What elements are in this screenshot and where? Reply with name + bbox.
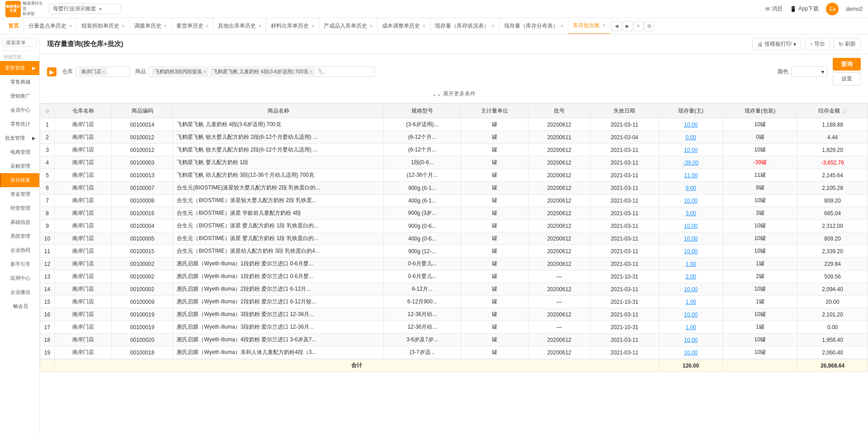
close-icon[interactable]: × (122, 24, 125, 28)
message-button[interactable]: ✉ 消息 (765, 5, 783, 13)
info-icon[interactable]: ⓘ (842, 108, 847, 113)
cell-qty-main[interactable]: 10.00 (659, 283, 723, 296)
export-button[interactable]: ↑ 导出 (805, 38, 830, 50)
nav-close-button[interactable]: × (633, 21, 643, 31)
nav-next-button[interactable]: ▶ (623, 21, 632, 31)
cell-qty-main[interactable]: 10.00 (659, 118, 723, 131)
tab-xiancunlkufbt[interactable]: 现存量（库存分布表）× (500, 18, 569, 34)
tab-qitachuku[interactable]: 其他出库单历史 × (213, 18, 266, 34)
sidebar-item-corpwechat[interactable]: 企业微信 (0, 285, 39, 299)
tab-chanchengruku[interactable]: 产成品入库单历史 × (319, 18, 377, 34)
sidebar-item-ops[interactable]: 经营管理 (0, 201, 39, 215)
product-extra-label[interactable]: 飞... (317, 68, 327, 75)
cell-qty-main[interactable]: 10.00 (659, 144, 723, 156)
query-button[interactable]: 查询 (833, 58, 861, 71)
tab-home[interactable]: 首页 (4, 18, 24, 34)
cell-warehouse: 南岸门店 (55, 144, 112, 156)
color-selector[interactable]: ▾ (791, 66, 827, 77)
cell-unit: 罐 (461, 156, 528, 169)
cell-unit: 罐 (461, 270, 528, 283)
sidebar-item-retail-shop[interactable]: 零售商城 (0, 75, 39, 89)
cell-batch: 20200612 (528, 144, 590, 156)
cell-qty-main[interactable]: 2.00 (659, 270, 723, 283)
cell-qty-main[interactable]: 3.00 (659, 207, 723, 220)
sidebar-item-retail-stats[interactable]: 零售统计 (0, 117, 39, 131)
nav-menu-button[interactable]: ⊟ (644, 21, 654, 31)
filter-actions: 查询 设置 (833, 58, 861, 85)
cell-qty-main[interactable]: 10.00 (659, 194, 723, 207)
remove-tag-icon[interactable]: × (103, 70, 105, 74)
tab-chengbenl[interactable]: 成本调整单历史 × (377, 18, 430, 34)
close-icon[interactable]: × (69, 24, 72, 28)
close-icon[interactable]: × (370, 24, 373, 28)
search-input[interactable] (3, 38, 37, 47)
cell-qty-main[interactable]: 1.00 (659, 296, 723, 308)
cell-qty-main[interactable]: 10.00 (659, 308, 723, 321)
settings-button[interactable]: 设置 (833, 72, 861, 85)
warehouse-tag-group[interactable]: 南岸门店 × (75, 66, 130, 77)
cell-qty-main[interactable]: 10.00 (659, 220, 723, 232)
cell-qty-main[interactable]: 11.00 (659, 169, 723, 182)
sidebar-item-wholesale[interactable]: 批发管理 ▶ (0, 131, 39, 145)
cell-warehouse: 南岸门店 (55, 232, 112, 245)
cell-code: 00100004 (112, 220, 173, 232)
product-tag-group[interactable]: 飞鹤奶粉3段丙段提装 × 飞鹤星飞帆 儿童奶粉 4段(3-6岁适用) 700克 … (149, 66, 375, 77)
remove-product-tag-icon[interactable]: × (203, 70, 206, 74)
close-icon[interactable]: × (206, 24, 209, 28)
close-icon[interactable]: × (311, 24, 314, 28)
cell-qty-main[interactable]: 10.00 (659, 346, 723, 359)
nav-prev-button[interactable]: ◀ (612, 21, 622, 31)
cell-unit: 罐 (461, 169, 528, 182)
avatar[interactable]: Ea (826, 3, 839, 15)
sidebar-item-inventory[interactable]: 库存核算 (0, 173, 39, 187)
cell-qty-main[interactable]: 10.00 (659, 245, 723, 258)
cell-expire: 2021-03-11 (590, 118, 659, 131)
sidebar-item-retail-mgmt[interactable]: 零售管理 ▶ (0, 61, 39, 75)
sidebar-item-marketing[interactable]: 营销推广 (0, 89, 39, 103)
tab-yaohuo[interactable]: 要货单历史 × (172, 18, 214, 34)
tab-kucunpici[interactable]: 库存批次账 × (568, 18, 610, 34)
cell-unit: 罐 (461, 220, 528, 232)
close-icon[interactable]: × (423, 24, 425, 28)
tab-diaobodanls[interactable]: 调拨单历史 × (130, 18, 172, 34)
tab-cailiaochuku[interactable]: 材料出库单历史 × (266, 18, 319, 34)
cell-qty-main[interactable]: 10.00 (659, 334, 723, 346)
close-icon[interactable]: × (164, 24, 167, 28)
tab-fenliangpandian[interactable]: 分量盘点单历史 × (24, 18, 77, 34)
tab-zuzhuangchaijian[interactable]: 组装拆卸单历史 × (77, 18, 130, 34)
cell-unit: 罐 (461, 245, 528, 258)
app-download-button[interactable]: 📱 App下载 (790, 5, 819, 13)
close-icon[interactable]: × (603, 23, 605, 28)
refresh-button[interactable]: ↻ 刷新 (834, 38, 861, 50)
sidebar-item-guide[interactable]: 新手引导 (0, 257, 39, 271)
remove-product-tag-icon[interactable]: × (310, 70, 312, 74)
sidebar-item-ecom[interactable]: 电商管理 (0, 145, 39, 159)
cell-name: 惠氏启膜（Wyeth illuma）3段奶粉 爱尔兰进口 12-36月... (173, 321, 383, 334)
tab-xiancunlkuzt[interactable]: 现存量（库存状况表）× (430, 18, 500, 34)
cell-qty-main[interactable]: 9.00 (659, 182, 723, 194)
close-icon[interactable]: × (259, 24, 261, 28)
col-settings[interactable]: ⚙ (40, 104, 55, 118)
print-button[interactable]: 🖨 按模板打印 ▾ (752, 38, 801, 50)
sidebar-item-collab[interactable]: 企业协同 (0, 243, 39, 257)
sidebar-item-finance[interactable]: 资金管理 (0, 187, 39, 201)
expand-more-button[interactable]: ⌄⌄ 展开更多条件 (432, 90, 476, 98)
org-selector[interactable]: 母婴行业演示账套 ▾ (49, 4, 121, 14)
sidebar-item-purchase[interactable]: 采购管理 (0, 159, 39, 173)
sidebar-item-system[interactable]: 系统管理 (0, 229, 39, 243)
cell-qty-main[interactable]: 1.00 (659, 258, 723, 270)
filter-expand-icon[interactable]: ▶ (47, 67, 57, 76)
cell-qty-main[interactable]: -39.00 (659, 156, 723, 169)
sidebar-item-member2[interactable]: 畅会员 (0, 299, 39, 313)
close-icon[interactable]: × (492, 24, 495, 28)
close-icon[interactable]: × (561, 24, 564, 28)
sidebar-item-base[interactable]: 基础信息 (0, 215, 39, 229)
cell-name: 惠氏启膜（Wyeth illuma）2段奶粉 爱尔兰进口 6-12月较... (173, 296, 383, 308)
cell-qty-main[interactable]: 1.00 (659, 321, 723, 334)
sidebar-item-member[interactable]: 会员中心 (0, 103, 39, 117)
sidebar-item-appcenter[interactable]: 应用中心 (0, 271, 39, 285)
cell-qty-main[interactable]: 0.00 (659, 131, 723, 144)
cell-batch: 20200612 (528, 156, 590, 169)
cell-qty-main[interactable]: 10.00 (659, 232, 723, 245)
cell-code: 00100013 (112, 169, 173, 182)
